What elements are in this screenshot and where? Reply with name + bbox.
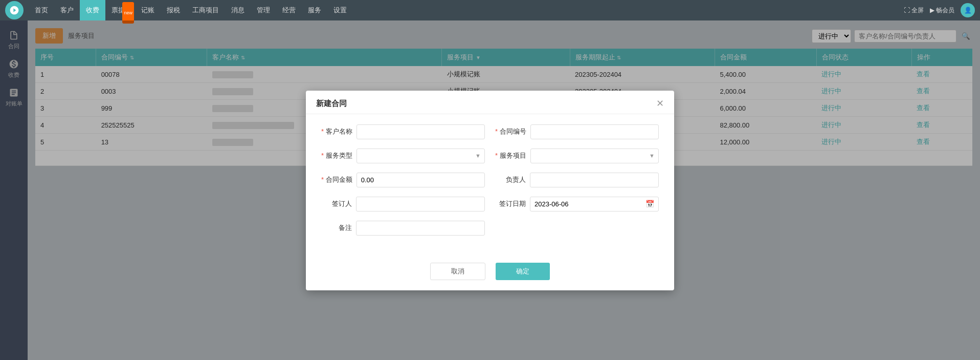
form-group-sign-date: 签订日期 📅: [495, 197, 659, 211]
nav-operation[interactable]: 经营: [276, 0, 302, 20]
nav-invoice[interactable]: 票据 new: [105, 0, 135, 20]
play-icon: ▶: [930, 7, 934, 14]
input-contract-no[interactable]: [530, 124, 659, 139]
nav-right-area: ⛶ 全屏 ▶ 畅会员 👤: [904, 3, 975, 17]
modal-overlay: 新建合同 ✕ 客户名称 合同编号 服务类型: [0, 20, 980, 360]
select-wrap-service-type: ▼: [357, 149, 485, 163]
label-sign-date: 签订日期: [495, 199, 526, 208]
label-responsible: 负责人: [495, 175, 526, 184]
top-navigation: 首页 客户 收费 票据 new 记账 报税 工商项目 消息 管理 经营 服务 设…: [0, 0, 980, 20]
app-logo: [5, 1, 24, 19]
new-contract-modal: 新建合同 ✕ 客户名称 合同编号 服务类型: [306, 91, 674, 290]
form-group-responsible: 负责人: [495, 173, 659, 187]
nav-home[interactable]: 首页: [29, 0, 54, 20]
form-row-1: 客户名称 合同编号: [321, 124, 659, 139]
form-row-4: 签订人 签订日期 📅: [321, 197, 659, 211]
avatar[interactable]: 👤: [961, 3, 975, 17]
label-notes: 备注: [321, 223, 352, 232]
form-group-service-type: 服务类型 ▼: [321, 149, 485, 163]
nav-service[interactable]: 服务: [302, 0, 327, 20]
input-signer[interactable]: [356, 197, 485, 211]
form-group-signer: 签订人: [321, 197, 485, 211]
modal-close-button[interactable]: ✕: [656, 99, 664, 108]
modal-footer: 取消 确定: [306, 255, 674, 290]
form-group-notes: 备注: [321, 221, 485, 236]
nav-message[interactable]: 消息: [225, 0, 251, 20]
member-button[interactable]: ▶ 畅会员: [930, 6, 954, 15]
nav-bizproject[interactable]: 工商项目: [186, 0, 225, 20]
user-icon: 👤: [964, 7, 972, 14]
fullscreen-button[interactable]: ⛶ 全屏: [904, 6, 924, 15]
confirm-button[interactable]: 确定: [496, 263, 550, 280]
form-row-5: 备注: [321, 221, 659, 236]
input-responsible[interactable]: [530, 173, 659, 187]
label-contract-amount: 合同金额: [321, 175, 352, 184]
cancel-button[interactable]: 取消: [430, 263, 485, 280]
select-service-type[interactable]: [357, 149, 485, 163]
label-signer: 签订人: [321, 199, 352, 208]
nav-customer[interactable]: 客户: [54, 0, 80, 20]
label-service-item: 服务项目: [495, 151, 526, 160]
form-group-contract-no: 合同编号: [495, 124, 659, 139]
nav-tax[interactable]: 报税: [161, 0, 186, 20]
select-service-item[interactable]: [530, 149, 659, 163]
form-group-amount: 合同金额: [321, 173, 485, 187]
nav-manage[interactable]: 管理: [251, 0, 276, 20]
label-contract-no: 合同编号: [495, 127, 526, 136]
input-sign-date[interactable]: [534, 197, 645, 211]
nav-bookkeeping[interactable]: 记账: [135, 0, 161, 20]
nav-settings[interactable]: 设置: [327, 0, 353, 20]
modal-header: 新建合同 ✕: [306, 91, 674, 114]
nav-fee[interactable]: 收费: [80, 0, 105, 20]
modal-body: 客户名称 合同编号 服务类型 ▼: [306, 114, 674, 255]
label-customer-name: 客户名称: [321, 127, 352, 136]
form-row-3: 合同金额 负责人: [321, 173, 659, 187]
form-group-service-item: 服务项目 ▼: [495, 149, 659, 163]
form-row-2: 服务类型 ▼ 服务项目 ▼: [321, 149, 659, 163]
input-notes[interactable]: [356, 221, 485, 236]
calendar-icon[interactable]: 📅: [645, 200, 654, 208]
form-group-customer: 客户名称: [321, 124, 485, 139]
label-service-type: 服务类型: [321, 151, 352, 160]
date-input-wrap: 📅: [530, 197, 659, 211]
select-wrap-service-item: ▼: [530, 149, 659, 163]
input-customer-name[interactable]: [357, 124, 485, 139]
modal-title: 新建合同: [316, 99, 347, 109]
fullscreen-icon: ⛶: [904, 7, 910, 14]
input-contract-amount[interactable]: [357, 173, 485, 187]
